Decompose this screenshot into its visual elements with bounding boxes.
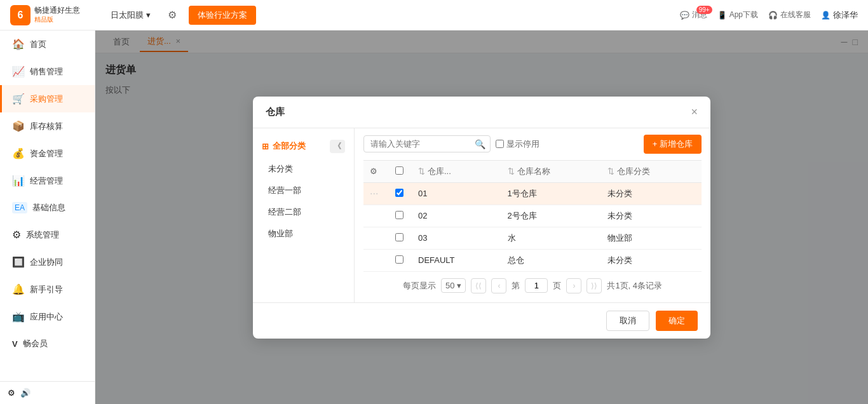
- category-item-unclassified[interactable]: 未分类: [253, 158, 354, 180]
- sidebar-item-member[interactable]: V 畅会员: [0, 330, 95, 357]
- sidebar-item-sales[interactable]: 📈 销售管理: [0, 58, 95, 85]
- sidebar-label-basic-info: 基础信息: [32, 202, 65, 213]
- speaker-icon[interactable]: 🔊: [20, 388, 31, 398]
- add-warehouse-button[interactable]: + 新增仓库: [644, 135, 702, 154]
- cancel-button[interactable]: 取消: [606, 311, 649, 331]
- logo-icon: 6: [10, 5, 31, 25]
- th-name[interactable]: ⇅仓库名称: [501, 160, 602, 182]
- sidebar-item-guide[interactable]: 🔔 新手引导: [0, 276, 95, 303]
- table-row[interactable]: DEFAULT 总仓 未分类: [363, 249, 702, 271]
- row-num: 01: [412, 182, 501, 205]
- sidebar-label-inventory: 库存核算: [30, 121, 63, 132]
- brand-sub: 精品版: [34, 15, 80, 24]
- more-actions-icon[interactable]: ···: [370, 188, 378, 199]
- row-checkbox: [389, 182, 412, 205]
- category-item-property[interactable]: 物业部: [253, 223, 354, 245]
- row-checkbox: [389, 205, 412, 227]
- app-download-item[interactable]: 📱 App下载: [717, 10, 758, 20]
- row-num: 02: [412, 205, 501, 227]
- table-row[interactable]: ··· 01 1号仓库 未分类: [363, 182, 702, 205]
- confirm-button[interactable]: 确定: [656, 311, 698, 331]
- online-service-item[interactable]: 🎧 在线客服: [768, 10, 811, 20]
- sidebar-item-system[interactable]: ⚙ 系统管理: [0, 221, 95, 248]
- show-disabled-wrap: 显示停用: [496, 138, 539, 150]
- per-page-label: 每页显示: [403, 280, 436, 292]
- header-right: 💬 消息 99+ 📱 App下载 🎧 在线客服 👤 徐泽华: [680, 10, 858, 21]
- select-all-checkbox[interactable]: [395, 166, 403, 175]
- modal-close-icon[interactable]: ×: [691, 105, 698, 119]
- row-category: 物业部: [601, 227, 702, 249]
- row-actions: [363, 205, 389, 227]
- messages-badge: 99+: [696, 6, 712, 14]
- total-info: 共1页, 4条记录: [607, 280, 662, 292]
- row-num: 03: [412, 227, 501, 249]
- sidebar-label-enterprise: 企业协同: [30, 257, 63, 268]
- search-icon[interactable]: 🔍: [475, 139, 485, 149]
- all-category-item[interactable]: ⊞ 全部分类 《: [253, 135, 354, 158]
- show-disabled-checkbox[interactable]: [496, 140, 504, 148]
- show-disabled-label: 显示停用: [506, 138, 539, 150]
- category-item-ops1[interactable]: 经营一部: [253, 180, 354, 201]
- sidebar-item-inventory[interactable]: 📦 库存核算: [0, 112, 95, 140]
- modal-header: 仓库 ×: [253, 97, 710, 128]
- sales-icon: 📈: [12, 65, 25, 77]
- page-first-button[interactable]: ⟨⟨: [471, 278, 486, 293]
- member-icon: V: [12, 339, 18, 349]
- per-page-select[interactable]: 50 ▾: [441, 278, 466, 293]
- top-header: 6 畅捷通好生意 精品版 日太阳膜 ▾ ⚙ 体验行业方案 💬 消息 99+ 📱 …: [0, 0, 868, 30]
- messages-item[interactable]: 💬 消息 99+: [680, 10, 707, 20]
- user-name: 徐泽华: [833, 10, 858, 21]
- row-select-checkbox[interactable]: [395, 211, 403, 219]
- sidebar-item-app-center[interactable]: 📺 应用中心: [0, 303, 95, 330]
- app-center-icon: 📺: [12, 311, 25, 323]
- page-next-button[interactable]: ›: [566, 278, 581, 293]
- trial-button[interactable]: 体验行业方案: [189, 6, 256, 25]
- sidebar-item-finance[interactable]: 💰 资金管理: [0, 140, 95, 167]
- sidebar-item-operations[interactable]: 📊 经营管理: [0, 167, 95, 194]
- th-gear[interactable]: ⚙: [363, 160, 389, 182]
- main-layout: 🏠 首页 📈 销售管理 🛒 采购管理 📦 库存核算 💰 资金管理 📊 经营管理 …: [0, 30, 868, 404]
- settings-icon[interactable]: ⚙: [163, 6, 181, 24]
- row-name: 总仓: [501, 249, 602, 271]
- per-page-value: 50: [445, 281, 454, 290]
- sort-icon-3: ⇅: [607, 166, 614, 176]
- row-select-checkbox[interactable]: [395, 255, 403, 264]
- settings-bottom-icon[interactable]: ⚙: [8, 388, 15, 398]
- modal-footer: 取消 确定: [253, 302, 710, 339]
- sidebar-item-enterprise[interactable]: 🔲 企业协同: [0, 248, 95, 276]
- sidebar-label-sales: 销售管理: [30, 66, 63, 77]
- modal-body: ⊞ 全部分类 《 未分类 经营一部 经营二部 物业部: [253, 128, 710, 302]
- row-select-checkbox[interactable]: [395, 233, 403, 241]
- table-row[interactable]: 02 2号仓库 未分类: [363, 205, 702, 227]
- th-category[interactable]: ⇅仓库分类: [601, 160, 702, 182]
- headset-icon: 🎧: [768, 11, 778, 20]
- sidebar-label-member: 畅会员: [23, 338, 48, 349]
- sort-icon-2: ⇅: [508, 166, 515, 176]
- collapse-panel-button[interactable]: 《: [330, 140, 345, 153]
- table-row[interactable]: 03 水 物业部: [363, 227, 702, 249]
- enterprise-icon: 🔲: [12, 256, 25, 268]
- page-number-input[interactable]: [525, 278, 548, 293]
- page-last-button[interactable]: ⟩⟩: [587, 278, 602, 293]
- table-header-row: ⚙ ⇅仓库... ⇅仓库名称: [363, 160, 702, 182]
- sidebar-item-home[interactable]: 🏠 首页: [0, 30, 95, 58]
- search-input[interactable]: [363, 135, 491, 152]
- sidebar-bottom: ⚙ 🔊: [0, 381, 95, 404]
- basic-info-icon: EA: [12, 202, 27, 213]
- category-item-ops2[interactable]: 经营二部: [253, 201, 354, 223]
- logo-area: 6 畅捷通好生意 精品版: [10, 5, 105, 25]
- row-category: 未分类: [601, 182, 702, 205]
- page-prev-button[interactable]: ‹: [491, 278, 506, 293]
- system-icon: ⚙: [12, 229, 21, 241]
- main-content: 首页 进货... × ─ □ 进货单 按以下 仓库 ×: [95, 30, 868, 404]
- page-label: 第: [512, 280, 520, 292]
- sidebar-label-system: 系统管理: [26, 229, 59, 241]
- store-selector[interactable]: 日太阳膜 ▾: [105, 7, 156, 24]
- row-select-checkbox[interactable]: [395, 189, 403, 197]
- user-item[interactable]: 👤 徐泽华: [821, 10, 858, 21]
- row-num: DEFAULT: [412, 249, 501, 271]
- sidebar-item-basic-info[interactable]: EA 基础信息: [0, 194, 95, 221]
- th-code[interactable]: ⇅仓库...: [412, 160, 501, 182]
- sidebar-label-operations: 经营管理: [30, 175, 63, 187]
- sidebar-item-purchase[interactable]: 🛒 采购管理: [0, 85, 95, 112]
